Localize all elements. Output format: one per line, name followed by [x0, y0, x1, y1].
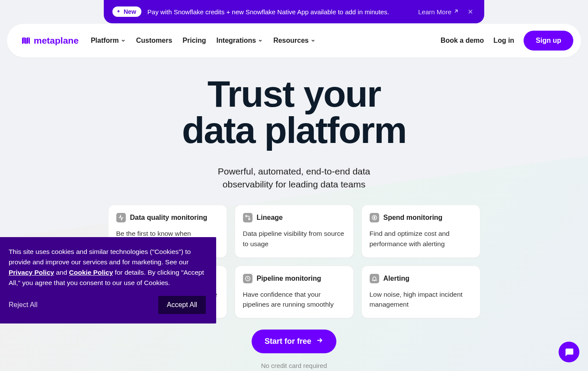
card-spend-monitoring[interactable]: Spend monitoring Find and optimize cost … [361, 205, 480, 258]
nav-customers[interactable]: Customers [136, 37, 173, 44]
announcement-message: Pay with Snowflake credits + new Snowfla… [147, 8, 412, 16]
hero-subtitle-line2: observability for leading data teams [223, 179, 365, 189]
hero-section: Trust your data platform Powerful, autom… [0, 76, 588, 191]
chat-widget-button[interactable] [559, 342, 579, 362]
chevron-down-icon [258, 38, 263, 43]
arrow-right-icon [316, 336, 323, 346]
nav-integrations[interactable]: Integrations [217, 37, 263, 44]
nav-integrations-label: Integrations [217, 37, 256, 44]
cookie-text-part1: This site uses cookies and similar techn… [9, 248, 191, 266]
hero-title: Trust your data platform [0, 76, 588, 149]
primary-nav: Platform Customers Pricing Integrations … [91, 37, 316, 44]
nav-resources[interactable]: Resources [273, 37, 316, 44]
card-desc: Find and optimize cost and performance w… [370, 228, 472, 249]
card-pipeline-monitoring[interactable]: Pipeline monitoring Have confidence that… [235, 266, 354, 319]
chat-icon [564, 347, 574, 357]
cookie-policy-link[interactable]: Cookie Policy [69, 269, 113, 276]
nav-customers-label: Customers [136, 37, 173, 44]
card-title: Pipeline monitoring [257, 275, 321, 282]
activity-icon [116, 213, 126, 222]
start-label: Start for free [265, 337, 311, 346]
card-title: Spend monitoring [383, 214, 443, 222]
logo-icon [21, 35, 31, 46]
chevron-down-icon [121, 38, 126, 43]
announcement-close-button[interactable] [465, 6, 476, 17]
card-alerting[interactable]: Alerting Low noise, high impact incident… [361, 266, 480, 319]
hero-subtitle-line1: Powerful, automated, end-to-end data [218, 166, 371, 176]
book-demo-label: Book a demo [441, 37, 484, 44]
learn-more-link[interactable]: Learn More [418, 8, 459, 16]
card-title: Alerting [383, 275, 409, 282]
hero-title-line1: Trust your [208, 73, 381, 114]
chevron-down-icon [310, 38, 316, 43]
nav-platform-label: Platform [91, 37, 119, 44]
bell-icon [370, 274, 379, 283]
cta-section: Start for free No credit card required [0, 330, 588, 369]
no-credit-card-text: No credit card required [0, 362, 588, 369]
announcement-bar: New Pay with Snowflake credits + new Sno… [104, 0, 484, 23]
new-badge-label: New [124, 8, 136, 15]
nav-resources-label: Resources [273, 37, 309, 44]
new-badge: New [112, 6, 141, 17]
hero-subtitle: Powerful, automated, end-to-end data obs… [0, 165, 588, 191]
start-for-free-button[interactable]: Start for free [252, 330, 336, 353]
arrow-up-right-icon [453, 8, 459, 16]
card-lineage[interactable]: Lineage Data pipeline visibility from so… [235, 205, 354, 258]
nav-right: Book a demo Log in Sign up [441, 31, 573, 51]
cookie-text: This site uses cookies and similar techn… [9, 247, 206, 288]
card-desc: Have confidence that your pipelines are … [243, 289, 345, 310]
sparkle-icon [116, 9, 121, 14]
clock-icon [243, 274, 252, 283]
reject-all-button[interactable]: Reject All [9, 301, 38, 309]
card-desc: Low noise, high impact incident manageme… [370, 289, 472, 310]
logo-text: metaplane [34, 35, 79, 46]
card-title: Data quality monitoring [130, 214, 208, 222]
svg-point-1 [248, 219, 250, 220]
nav-pricing-label: Pricing [182, 37, 206, 44]
cookie-banner: This site uses cookies and similar techn… [0, 237, 216, 323]
nav-platform[interactable]: Platform [91, 37, 126, 44]
hero-title-line2: data platform [182, 109, 406, 151]
accept-all-button[interactable]: Accept All [158, 296, 206, 314]
logo[interactable]: metaplane [21, 35, 79, 46]
close-icon [467, 8, 474, 15]
learn-more-label: Learn More [418, 8, 451, 16]
lineage-icon [243, 213, 252, 222]
nav-pricing[interactable]: Pricing [182, 37, 206, 44]
svg-point-0 [245, 216, 247, 217]
login-link[interactable]: Log in [493, 37, 514, 44]
card-title: Lineage [257, 214, 283, 222]
login-label: Log in [493, 37, 514, 44]
card-desc: Data pipeline visibility from source to … [243, 228, 345, 249]
dollar-icon [370, 213, 379, 222]
signup-button[interactable]: Sign up [524, 31, 573, 51]
cookie-and: and [54, 269, 69, 276]
privacy-policy-link[interactable]: Privacy Policy [9, 269, 54, 276]
book-demo-link[interactable]: Book a demo [441, 37, 484, 44]
main-header: metaplane Platform Customers Pricing Int… [7, 24, 581, 57]
